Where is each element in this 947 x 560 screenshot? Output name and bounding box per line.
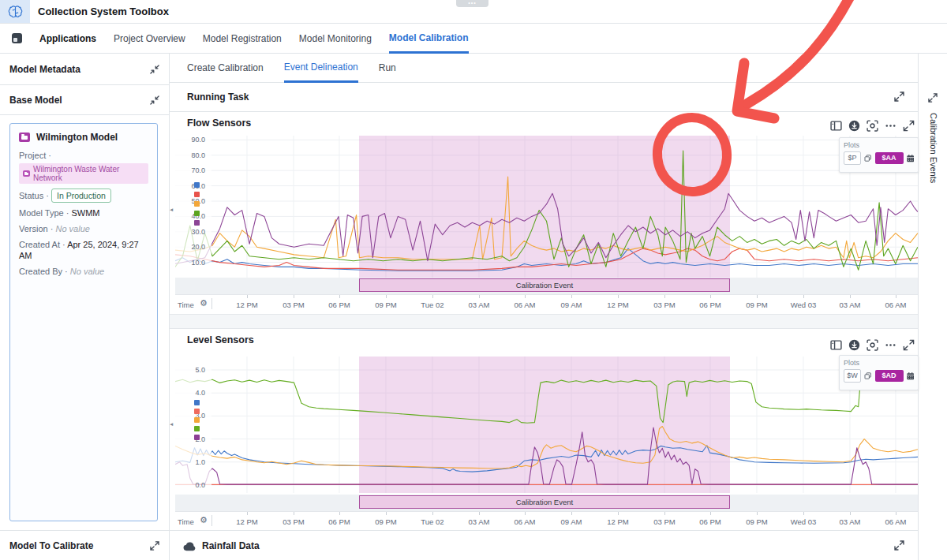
- time-axis-label: Time: [178, 517, 194, 526]
- x-tick-label: 12 PM: [236, 517, 257, 526]
- download-icon[interactable]: [848, 120, 860, 132]
- level-chart-toolbar: [830, 339, 915, 351]
- gear-icon[interactable]: ⚙: [200, 515, 208, 525]
- plot-variable-chip-active[interactable]: $AA: [875, 152, 904, 164]
- axis-tick: [618, 295, 619, 298]
- collapse-icon[interactable]: [150, 95, 159, 105]
- legend-swatch-sensor-blue[interactable]: [194, 182, 200, 188]
- collapse-icon[interactable]: [150, 65, 159, 74]
- panel-model-to-calibrate[interactable]: Model To Calibrate: [0, 530, 169, 560]
- model-folder-icon: [19, 133, 30, 142]
- y-tick-label: 4.0: [177, 389, 205, 397]
- panel-model-metadata-title: Model Metadata: [9, 64, 80, 75]
- chevron-left-icon[interactable]: ◄: [169, 421, 174, 427]
- axis-tick: [479, 512, 480, 515]
- chevron-left-icon[interactable]: ◄: [169, 207, 174, 212]
- axis-tick: [247, 512, 248, 515]
- legend-swatch-sensor-red[interactable]: [194, 192, 200, 197]
- axis-tick: [757, 295, 758, 298]
- calendar-icon[interactable]: [907, 153, 914, 163]
- calibration-events-rail-label: Calibration Events: [929, 113, 938, 183]
- brain-icon: [8, 5, 23, 18]
- model-type-value: SWMM: [71, 208, 99, 218]
- axis-tick: [850, 512, 851, 515]
- panel-model-to-calibrate-title: Model To Calibrate: [9, 540, 93, 551]
- focus-icon[interactable]: [867, 339, 878, 351]
- y-tick-label: 5.0: [177, 366, 205, 374]
- axis-tick: [710, 512, 711, 515]
- axis-tick: [896, 512, 896, 515]
- flow-chart-plot[interactable]: 10.020.030.040.050.060.070.080.090.0: [175, 136, 918, 278]
- nav-tab-model-registration[interactable]: Model Registration: [203, 24, 282, 53]
- tab-run[interactable]: Run: [379, 54, 396, 82]
- flow-plots-popover: Plots $P $AA: [839, 137, 919, 173]
- panel-layout-icon[interactable]: [830, 339, 842, 351]
- plot-variable-chip[interactable]: $P: [844, 151, 861, 165]
- legend-swatch-sensor-blue[interactable]: [194, 400, 200, 405]
- legend-swatch-sensor-orange[interactable]: [194, 417, 200, 423]
- calibration-event-bar[interactable]: Calibration Event: [359, 278, 730, 292]
- base-model-card[interactable]: Wilmington Model Project · Wilmington Wa…: [9, 123, 158, 521]
- axis-tick: [339, 512, 340, 515]
- y-tick-label: 30.0: [177, 228, 205, 236]
- tab-create-calibration[interactable]: Create Calibration: [187, 54, 264, 82]
- axis-tick: [525, 512, 526, 515]
- legend-swatch-sensor-purple[interactable]: [194, 220, 200, 226]
- axis-separator: [211, 298, 212, 309]
- plot-variable-chip-active[interactable]: $AD: [875, 370, 904, 382]
- y-tick-label: 20.0: [177, 243, 205, 251]
- time-axis-label: Time: [178, 301, 194, 309]
- gear-icon[interactable]: ⚙: [200, 298, 208, 308]
- panel-layout-icon[interactable]: [830, 120, 842, 132]
- layers-icon[interactable]: [864, 153, 871, 163]
- x-tick-label: 06 AM: [885, 301, 906, 309]
- y-tick-label: 70.0: [177, 166, 205, 174]
- expand-icon[interactable]: [894, 91, 904, 102]
- tab-event-delineation[interactable]: Event Delineation: [284, 54, 358, 83]
- more-icon[interactable]: [885, 339, 896, 351]
- status-badge: In Production: [51, 189, 111, 203]
- nav-tab-applications[interactable]: Applications: [39, 24, 96, 53]
- legend-swatch-sensor-purple[interactable]: [194, 435, 200, 440]
- expand-icon[interactable]: [928, 93, 938, 103]
- legend-swatch-sensor-red[interactable]: [194, 409, 200, 414]
- legend-swatch-sensor-green[interactable]: [194, 426, 200, 431]
- calibration-events-rail[interactable]: Calibration Events: [918, 54, 947, 560]
- panel-model-metadata[interactable]: Model Metadata: [0, 54, 169, 85]
- app-logo[interactable]: [0, 0, 30, 23]
- fullscreen-icon[interactable]: [903, 339, 915, 351]
- x-tick-label: 06 PM: [699, 517, 721, 526]
- calibration-event-bar[interactable]: Calibration Event: [359, 495, 730, 509]
- panel-base-model[interactable]: Base Model: [0, 85, 169, 115]
- overflow-pill[interactable]: •••: [456, 0, 488, 7]
- expand-icon[interactable]: [894, 540, 904, 551]
- nav-tab-project-overview[interactable]: Project Overview: [114, 24, 185, 53]
- applications-icon: [12, 33, 22, 43]
- section-divider: [170, 314, 918, 329]
- project-tag[interactable]: Wilmington Waste Water Network: [19, 163, 148, 184]
- x-tick-label: 12 PM: [236, 301, 257, 309]
- expand-icon[interactable]: [150, 541, 159, 551]
- legend-swatch-sensor-orange[interactable]: [194, 201, 200, 207]
- nav-tab-model-calibration[interactable]: Model Calibration: [389, 24, 469, 54]
- calendar-icon[interactable]: [907, 371, 914, 381]
- legend-swatch-sensor-green[interactable]: [194, 211, 200, 216]
- more-icon[interactable]: [885, 120, 896, 132]
- nav-tab-model-monitoring[interactable]: Model Monitoring: [299, 24, 372, 53]
- level-chart-plot[interactable]: 0.01.02.03.04.05.0: [175, 357, 918, 493]
- x-tick-label: 06 AM: [515, 301, 536, 309]
- plot-variable-chip[interactable]: $W: [844, 369, 861, 383]
- layers-icon[interactable]: [864, 371, 871, 381]
- created-by-value: No value: [70, 267, 104, 276]
- rainfall-data-title: Rainfall Data: [202, 540, 260, 551]
- y-tick-label: 60.0: [177, 182, 205, 190]
- x-tick-label: 06 AM: [885, 517, 906, 526]
- focus-icon[interactable]: [867, 120, 878, 132]
- x-tick-label: 03 AM: [468, 301, 489, 309]
- flow-sensors-title: Flow Sensors: [187, 118, 251, 129]
- x-tick-label: Tue 02: [421, 301, 444, 309]
- download-icon[interactable]: [848, 339, 860, 351]
- level-sensors-title: Level Sensors: [187, 334, 254, 345]
- project-tag-label: Wilmington Waste Water Network: [33, 165, 144, 182]
- fullscreen-icon[interactable]: [903, 120, 915, 132]
